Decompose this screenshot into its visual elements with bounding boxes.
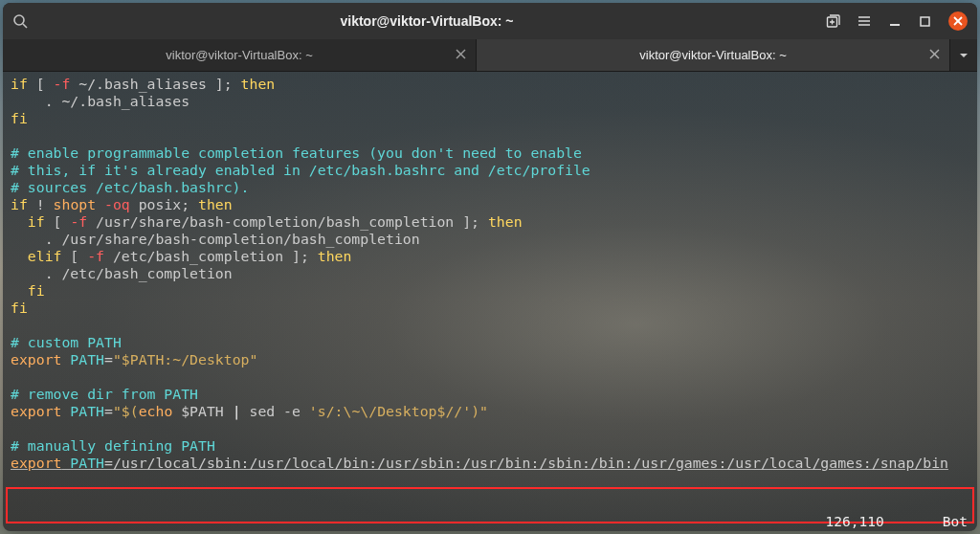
tab-label: viktor@viktor-VirtualBox: ~ bbox=[639, 48, 786, 62]
terminal-window: viktor@viktor-VirtualBox: ~ bbox=[3, 3, 977, 531]
svg-point-0 bbox=[14, 15, 24, 25]
scroll-position: Bot bbox=[943, 514, 968, 529]
vim-status: 126,110 Bot bbox=[826, 513, 968, 530]
minimize-button[interactable] bbox=[888, 14, 902, 28]
tab-1[interactable]: viktor@viktor-VirtualBox: ~ bbox=[3, 39, 477, 71]
close-button[interactable] bbox=[948, 11, 968, 31]
terminal-content[interactable]: if [ -f ~/.bash_aliases ]; then . ~/.bas… bbox=[3, 72, 977, 531]
tab-dropdown[interactable] bbox=[950, 39, 977, 71]
svg-rect-9 bbox=[921, 17, 929, 26]
menu-icon[interactable] bbox=[858, 14, 871, 28]
window-controls bbox=[826, 11, 968, 31]
svg-line-1 bbox=[23, 24, 27, 28]
tab-label: viktor@viktor-VirtualBox: ~ bbox=[166, 48, 312, 62]
maximize-button[interactable] bbox=[919, 15, 931, 28]
close-tab-icon[interactable] bbox=[929, 48, 940, 62]
tab-2[interactable]: viktor@viktor-VirtualBox: ~ bbox=[477, 39, 950, 71]
editor-text: if [ -f ~/.bash_aliases ]; then . ~/.bas… bbox=[11, 76, 969, 472]
titlebar: viktor@viktor-VirtualBox: ~ bbox=[3, 3, 977, 39]
close-tab-icon[interactable] bbox=[456, 48, 466, 62]
new-tab-icon[interactable] bbox=[826, 14, 840, 29]
tab-bar: viktor@viktor-VirtualBox: ~ viktor@vikto… bbox=[3, 39, 977, 72]
cursor-position: 126,110 bbox=[826, 514, 884, 529]
window-title: viktor@viktor-VirtualBox: ~ bbox=[28, 13, 826, 29]
search-icon[interactable] bbox=[12, 13, 28, 29]
